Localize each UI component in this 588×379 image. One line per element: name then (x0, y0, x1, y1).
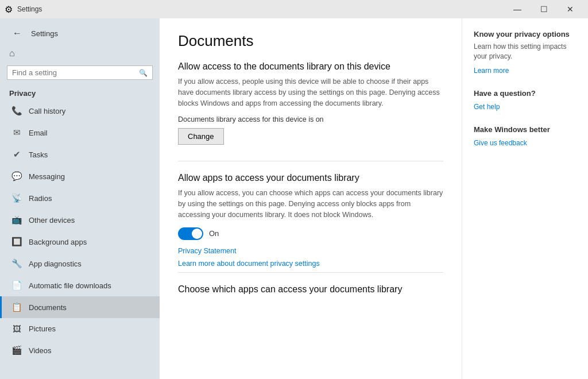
app-container: ← Settings ⌂ 🔍 Privacy 📞Call history✉Ema… (0, 18, 588, 379)
sidebar: ← Settings ⌂ 🔍 Privacy 📞Call history✉Ema… (0, 18, 160, 379)
back-button[interactable]: ← (9, 25, 25, 41)
sidebar-item-other-devices[interactable]: 📺Other devices (0, 209, 160, 231)
page-title: Documents (178, 32, 443, 50)
documents-icon: 📋 (11, 302, 22, 312)
title-bar-title: Settings (17, 5, 42, 13)
sidebar-item-label-radios: Radios (29, 194, 52, 203)
maximize-button[interactable]: ☐ (531, 0, 557, 18)
right-panel: Know your privacy options Learn how this… (462, 18, 588, 379)
minimize-button[interactable]: — (504, 0, 531, 18)
get-help-link[interactable]: Get help (474, 103, 500, 111)
title-bar-left: ⚙ Settings (5, 4, 42, 15)
right-section-question: Have a question? Get help (474, 89, 577, 111)
sidebar-item-label-pictures: Pictures (29, 324, 56, 333)
section1-status: Documents library access for this device… (178, 115, 443, 123)
sidebar-item-background-apps[interactable]: 🔲Background apps (0, 231, 160, 253)
sidebar-item-email[interactable]: ✉Email (0, 122, 160, 144)
sidebar-item-automatic-file-downloads[interactable]: 📄Automatic file downloads (0, 274, 160, 296)
home-button[interactable]: ⌂ (0, 44, 160, 63)
title-bar: ⚙ Settings — ☐ ✕ (0, 0, 588, 18)
nav-items: 📞Call history✉Email✔Tasks💬Messaging📡Radi… (0, 100, 160, 361)
sidebar-item-app-diagnostics[interactable]: 🔧App diagnostics (0, 253, 160, 274)
search-box: 🔍 (7, 65, 153, 80)
search-input[interactable] (12, 68, 136, 77)
section1-heading: Allow access to the documents library on… (178, 61, 443, 72)
toggle-switch[interactable] (178, 227, 203, 240)
right-section-privacy: Know your privacy options Learn how this… (474, 30, 577, 75)
email-icon: ✉ (11, 127, 22, 138)
automatic-file-downloads-icon: 📄 (11, 280, 22, 291)
right-section-feedback: Make Windows better Give us feedback (474, 125, 577, 148)
close-button[interactable]: ✕ (557, 0, 583, 18)
main-content: Documents Allow access to the documents … (160, 18, 462, 379)
sidebar-item-call-history[interactable]: 📞Call history (0, 100, 160, 122)
other-devices-icon: 📺 (11, 215, 22, 225)
app-diagnostics-icon: 🔧 (11, 258, 22, 269)
sidebar-item-radios[interactable]: 📡Radios (0, 187, 160, 209)
sidebar-item-label-tasks: Tasks (29, 150, 48, 159)
toggle-label: On (209, 229, 219, 238)
section1-desc: If you allow access, people using this d… (178, 76, 443, 109)
section2-desc: If you allow access, you can choose whic… (178, 188, 443, 220)
title-bar-controls: — ☐ ✕ (504, 0, 583, 18)
home-icon: ⌂ (9, 48, 15, 59)
sidebar-item-label-email: Email (29, 129, 48, 137)
sidebar-app-title: Settings (31, 29, 58, 38)
content-area: Documents Allow access to the documents … (160, 18, 588, 379)
search-icon: 🔍 (139, 69, 148, 77)
change-button[interactable]: Change (178, 128, 224, 145)
section2-heading: Allow apps to access your documents libr… (178, 173, 443, 183)
app-icon: ⚙ (5, 4, 13, 15)
learn-more-link[interactable]: Learn more about document privacy settin… (178, 260, 443, 268)
background-apps-icon: 🔲 (11, 237, 22, 247)
privacy-statement-link[interactable]: Privacy Statement (178, 247, 443, 255)
right-heading-privacy: Know your privacy options (474, 30, 577, 38)
right-text-privacy: Learn how this setting impacts your priv… (474, 42, 577, 61)
tasks-icon: ✔ (11, 149, 22, 160)
sidebar-item-label-automatic-file-downloads: Automatic file downloads (29, 281, 111, 290)
sidebar-item-tasks[interactable]: ✔Tasks (0, 144, 160, 165)
sidebar-item-label-other-devices: Other devices (29, 216, 75, 225)
divider2 (178, 272, 443, 273)
toggle-row: On (178, 227, 443, 240)
sidebar-item-documents[interactable]: 📋Documents (0, 296, 160, 318)
radios-icon: 📡 (11, 193, 22, 203)
sidebar-header: ← Settings (0, 18, 160, 44)
section3-heading: Choose which apps can access your docume… (178, 284, 443, 295)
videos-icon: 🎬 (11, 345, 22, 355)
right-learn-more-link[interactable]: Learn more (474, 67, 509, 75)
sidebar-item-label-documents: Documents (29, 303, 67, 312)
sidebar-section-title: Privacy (0, 84, 160, 100)
sidebar-item-label-call-history: Call history (29, 107, 65, 115)
messaging-icon: 💬 (11, 171, 22, 181)
sidebar-item-label-background-apps: Background apps (29, 238, 87, 246)
right-heading-question: Have a question? (474, 89, 577, 98)
pictures-icon: 🖼 (11, 324, 22, 334)
give-feedback-link[interactable]: Give us feedback (474, 139, 527, 147)
divider (178, 161, 443, 161)
sidebar-item-messaging[interactable]: 💬Messaging (0, 165, 160, 187)
sidebar-item-videos[interactable]: 🎬Videos (0, 339, 160, 361)
sidebar-item-label-messaging: Messaging (29, 172, 65, 181)
sidebar-item-label-app-diagnostics: App diagnostics (29, 260, 82, 268)
sidebar-item-pictures[interactable]: 🖼Pictures (0, 318, 160, 339)
right-heading-feedback: Make Windows better (474, 125, 577, 134)
sidebar-item-label-videos: Videos (29, 346, 52, 355)
call-history-icon: 📞 (11, 106, 22, 116)
